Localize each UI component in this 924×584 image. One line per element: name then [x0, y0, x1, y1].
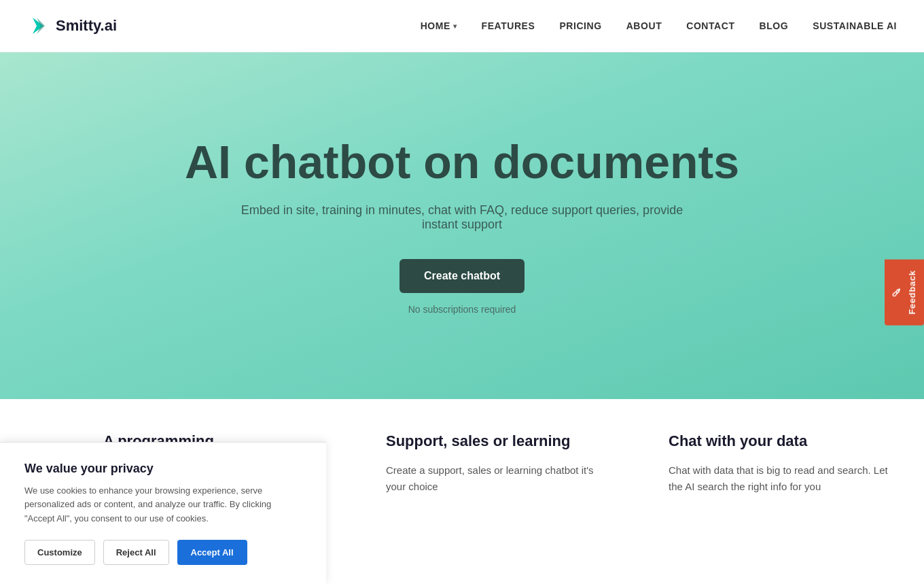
customize-button[interactable]: Customize: [24, 540, 95, 565]
feedback-icon: 🖊: [891, 288, 902, 297]
create-chatbot-button[interactable]: Create chatbot: [399, 259, 525, 293]
nav-link-sustainable-ai[interactable]: SUSTAINABLE AI: [813, 20, 897, 31]
logo-icon: [27, 15, 49, 37]
feature-title-1: Support, sales or learning: [386, 432, 614, 451]
hero-heading: AI chatbot on documents: [185, 137, 739, 188]
cookie-body: We use cookies to enhance your browsing …: [24, 484, 302, 526]
nav-item-about[interactable]: ABOUT: [626, 20, 662, 32]
feature-card-2: Chat with your data Chat with data that …: [641, 399, 924, 555]
nav-item-home[interactable]: HOME ▾: [421, 20, 457, 31]
navbar: Smitty.ai HOME ▾ FEATURES PRICING ABOUT …: [0, 0, 924, 52]
feature-desc-1: Create a support, sales or learning chat…: [386, 462, 614, 495]
accept-all-button[interactable]: Accept All: [177, 540, 247, 565]
nav-item-contact[interactable]: CONTACT: [686, 20, 734, 32]
nav-links: HOME ▾ FEATURES PRICING ABOUT CONTACT BL…: [421, 20, 897, 32]
nav-link-home[interactable]: HOME ▾: [421, 20, 457, 31]
nav-item-blog[interactable]: BLOG: [760, 20, 789, 32]
cookie-banner: We value your privacy We use cookies to …: [0, 442, 326, 584]
feature-desc-2: Chat with data that is big to read and s…: [669, 462, 897, 495]
logo-link[interactable]: Smitty.ai: [27, 15, 117, 37]
feedback-tab[interactable]: 🖊 Feedback: [885, 259, 924, 325]
hero-section: AI chatbot on documents Embed in site, t…: [0, 52, 924, 399]
nav-item-features[interactable]: FEATURES: [482, 20, 535, 32]
nav-item-sustainable-ai[interactable]: SUSTAINABLE AI: [813, 20, 897, 32]
feature-title-2: Chat with your data: [669, 432, 897, 451]
nav-link-features[interactable]: FEATURES: [482, 20, 535, 31]
hero-subheading: Embed in site, training in minutes, chat…: [231, 203, 693, 232]
feature-card-1: Support, sales or learning Create a supp…: [359, 399, 641, 555]
feedback-label: Feedback: [907, 270, 917, 314]
cookie-title: We value your privacy: [24, 462, 302, 476]
chevron-down-icon: ▾: [453, 22, 457, 30]
nav-link-pricing[interactable]: PRICING: [559, 20, 601, 31]
logo-text: Smitty.ai: [56, 17, 117, 35]
nav-link-about[interactable]: ABOUT: [626, 20, 662, 31]
nav-link-contact[interactable]: CONTACT: [686, 20, 734, 31]
nav-link-blog[interactable]: BLOG: [760, 20, 789, 31]
nav-item-pricing[interactable]: PRICING: [559, 20, 601, 32]
hero-no-subscription: No subscriptions required: [408, 304, 516, 315]
reject-all-button[interactable]: Reject All: [103, 540, 169, 565]
cookie-buttons: Customize Reject All Accept All: [24, 540, 302, 565]
